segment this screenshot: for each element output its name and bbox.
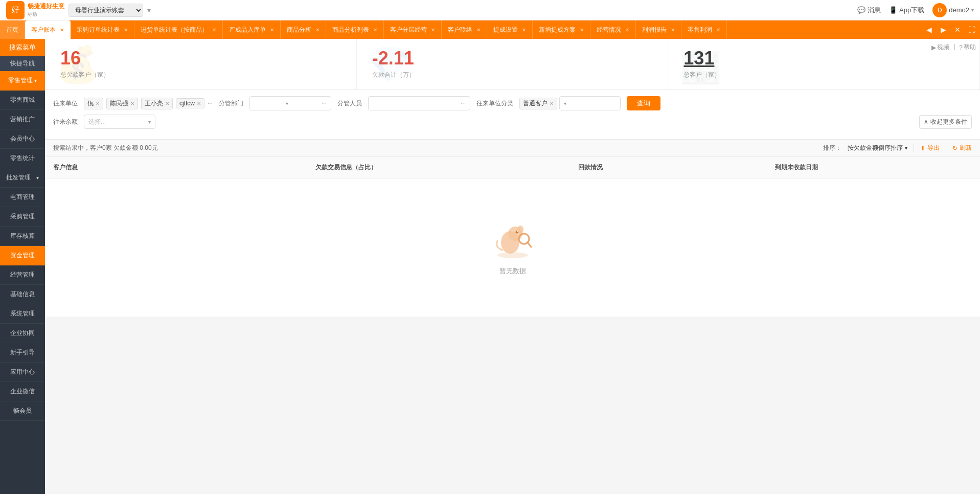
svg-point-3 bbox=[517, 226, 523, 234]
export-btn[interactable]: ⬆ 导出 bbox=[920, 144, 940, 152]
sidebar-quick-nav[interactable]: 快捷导航 bbox=[0, 56, 45, 71]
collapse-filter-btn[interactable]: ∧ 收起更多条件 bbox=[919, 115, 972, 129]
video-icon: ▶ bbox=[931, 44, 936, 51]
filter-dept-select[interactable]: ▾ ··· bbox=[249, 96, 331, 110]
filter-tag-cjttcw-close[interactable]: ✕ bbox=[197, 101, 201, 106]
content-area: 💰 16 总欠款客户（家） 💎 -2.11 欠款合计（万） 🏢 131 bbox=[45, 39, 980, 494]
tab-purchase-order-stats[interactable]: 采购订单统计表 ✕ bbox=[71, 20, 134, 39]
collapse-icon: ∧ bbox=[924, 118, 928, 125]
sidebar-item-ops-mgmt[interactable]: 经营管理 bbox=[0, 265, 45, 285]
tab-close-goods-list[interactable]: ✕ bbox=[373, 27, 377, 33]
tab-profit-report[interactable]: 利润报告 ✕ bbox=[636, 20, 681, 39]
sidebar-item-wholesale[interactable]: 批发管理▾ bbox=[0, 168, 45, 188]
filter-tag-wang-close[interactable]: ✕ bbox=[165, 101, 169, 106]
tab-product-entry[interactable]: 产成品入库单 ✕ bbox=[223, 20, 281, 39]
tab-close-purchase-goods[interactable]: ✕ bbox=[212, 27, 216, 33]
sidebar-item-member-center[interactable]: 会员中心 bbox=[0, 129, 45, 149]
sidebar-item-enterprise-wechat[interactable]: 企业微信 bbox=[0, 382, 45, 401]
filter-unit-more[interactable]: ··· bbox=[208, 100, 213, 107]
filter-dept-expand-icon: ▾ bbox=[286, 101, 288, 106]
tab-customer-contact[interactable]: 客户联络 ✕ bbox=[442, 20, 487, 39]
app-download-btn[interactable]: 📱 App下载 bbox=[889, 6, 924, 15]
filter-tag-normal-customer: 普通客户 ✕ bbox=[519, 98, 557, 109]
sidebar: 搜索菜单 快捷导航 零售管理 ▾ 零售商城 营销推广 会员中心 零售统计 批发管… bbox=[0, 39, 45, 494]
filter-tag-wa-close[interactable]: ✕ bbox=[96, 101, 100, 106]
account-select[interactable]: 母婴行业演示账套 bbox=[69, 4, 143, 17]
refresh-btn[interactable]: ↻ 刷新 bbox=[952, 144, 972, 152]
filter-dept-dots[interactable]: ··· bbox=[322, 100, 327, 107]
filter-person-dots[interactable]: ··· bbox=[461, 100, 466, 107]
filter-dept-label: 分管部门 bbox=[219, 99, 243, 108]
message-btn[interactable]: 💬 消息 bbox=[857, 6, 881, 15]
filter-person-select[interactable]: ··· bbox=[368, 96, 470, 110]
sidebar-item-enterprise[interactable]: 企业协同 bbox=[0, 324, 45, 343]
tab-business-status[interactable]: 经营情况 ✕ bbox=[590, 20, 636, 39]
tabs-prev-btn[interactable]: ◀ bbox=[923, 24, 935, 36]
tab-close-customer-layer[interactable]: ✕ bbox=[431, 27, 435, 33]
th-debt-info: 欠款交易信息（占比） bbox=[315, 163, 578, 172]
query-button[interactable]: 查询 bbox=[627, 96, 660, 110]
tab-new-commission[interactable]: 新增提成方案 ✕ bbox=[533, 20, 590, 39]
sidebar-item-inventory[interactable]: 库存核算 bbox=[0, 227, 45, 246]
video-help-link[interactable]: ▶ 视频 bbox=[931, 43, 949, 52]
tab-close-goods-analysis[interactable]: ✕ bbox=[315, 27, 320, 33]
tab-close-customer-contact[interactable]: ✕ bbox=[476, 27, 481, 33]
account-dropdown-icon[interactable]: ▾ bbox=[147, 6, 151, 14]
tab-close-commission-settings[interactable]: ✕ bbox=[522, 27, 526, 33]
filter-row-2: 往来余额 选择... ▾ ∧ 收起更多条件 bbox=[53, 115, 972, 129]
th-payment-status: 回款情况 bbox=[578, 163, 775, 172]
tab-retail-profit[interactable]: 零售利润 ✕ bbox=[681, 20, 727, 39]
svg-point-4 bbox=[515, 231, 518, 234]
filter-tag-wang: 王小亮 ✕ bbox=[141, 98, 173, 109]
empty-illustration bbox=[487, 219, 538, 260]
sort-select[interactable]: 按欠款金额倒序排序 ▾ bbox=[848, 144, 907, 152]
sidebar-item-purchase[interactable]: 采购管理 bbox=[0, 207, 45, 227]
tab-customer-layer[interactable]: 客户分层经营 ✕ bbox=[384, 20, 442, 39]
refresh-icon: ↻ bbox=[952, 145, 958, 152]
tab-commission-settings[interactable]: 提成设置 ✕ bbox=[487, 20, 533, 39]
sidebar-item-retail-mgmt[interactable]: 零售管理 ▾ bbox=[0, 71, 45, 91]
tab-close-product-entry[interactable]: ✕ bbox=[270, 27, 274, 33]
filter-unit-tags: 佤 ✕ 陈民强 ✕ 王小亮 ✕ cjttcw ✕ ··· bbox=[84, 98, 213, 109]
user-menu[interactable]: D demo2 ▾ bbox=[932, 3, 974, 17]
tabs-maximize-btn[interactable]: ⛶ bbox=[966, 24, 978, 36]
sidebar-item-retail-shop[interactable]: 零售商城 bbox=[0, 91, 45, 110]
filter-tag-chen: 陈民强 ✕ bbox=[106, 98, 138, 109]
tab-home[interactable]: 首页 bbox=[0, 20, 25, 39]
filter-tag-normal-close[interactable]: ✕ bbox=[550, 101, 554, 106]
top-bar-left: 好 畅捷通好生意 标版 母婴行业演示账套 ▾ bbox=[6, 1, 151, 19]
filter-unit-type-label: 往来单位分类 bbox=[476, 99, 513, 108]
sidebar-item-finance[interactable]: 资金管理 bbox=[0, 246, 45, 265]
sidebar-item-member[interactable]: 畅会员 bbox=[0, 401, 45, 421]
filter-tag-chen-close[interactable]: ✕ bbox=[130, 101, 134, 106]
filter-balance-select[interactable]: 选择... ▾ bbox=[84, 115, 155, 129]
tab-customer-ledger[interactable]: 客户账本 ✕ bbox=[25, 20, 71, 39]
help-link[interactable]: ? 帮助 bbox=[959, 43, 976, 52]
stats-bar: 💰 16 总欠款客户（家） 💎 -2.11 欠款合计（万） 🏢 131 bbox=[45, 39, 980, 90]
logo-text: 畅捷通好生意 标版 bbox=[28, 2, 64, 18]
tab-close-purchase-order[interactable]: ✕ bbox=[124, 27, 128, 33]
tab-close-new-commission[interactable]: ✕ bbox=[580, 27, 584, 33]
help-divider: | bbox=[953, 43, 955, 52]
sidebar-item-app-center[interactable]: 应用中心 bbox=[0, 363, 45, 382]
tab-close-customer-ledger[interactable]: ✕ bbox=[60, 27, 64, 33]
sidebar-item-ecommerce[interactable]: 电商管理 bbox=[0, 188, 45, 207]
tabs-next-btn[interactable]: ▶ bbox=[937, 24, 949, 36]
filter-balance-label: 往来余额 bbox=[53, 118, 78, 126]
tab-close-retail-profit[interactable]: ✕ bbox=[716, 27, 720, 33]
filter-tag-wa: 佤 ✕ bbox=[84, 98, 103, 109]
tab-goods-analysis-list[interactable]: 商品分析列表 ✕ bbox=[326, 20, 384, 39]
filter-unit-type-select[interactable]: ▾ bbox=[559, 96, 621, 110]
sidebar-item-retail-stats[interactable]: 零售统计 bbox=[0, 149, 45, 168]
sidebar-item-basic-info[interactable]: 基础信息 bbox=[0, 285, 45, 304]
sidebar-item-marketing[interactable]: 营销推广 bbox=[0, 110, 45, 129]
tab-close-business-status[interactable]: ✕ bbox=[625, 27, 629, 33]
tab-close-profit-report[interactable]: ✕ bbox=[671, 27, 675, 33]
tab-goods-analysis[interactable]: 商品分析 ✕ bbox=[281, 20, 326, 39]
sidebar-search[interactable]: 搜索菜单 bbox=[0, 39, 45, 56]
sidebar-item-newbie[interactable]: 新手引导 bbox=[0, 343, 45, 363]
sidebar-item-system[interactable]: 系统管理 bbox=[0, 304, 45, 324]
filter-bar: 往来单位 佤 ✕ 陈民强 ✕ 王小亮 ✕ cjttcw bbox=[45, 90, 980, 140]
tabs-close-all-btn[interactable]: ✕ bbox=[951, 24, 964, 36]
tab-purchase-goods-stats[interactable]: 进货单统计表（按商品） ✕ bbox=[134, 20, 223, 39]
